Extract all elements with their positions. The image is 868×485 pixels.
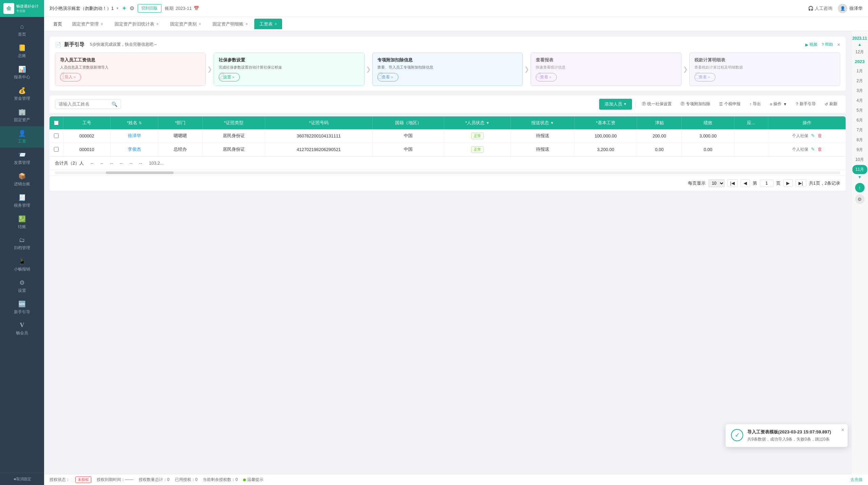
step-2-button[interactable]: 设置＞: [219, 73, 240, 81]
switch-version-button[interactable]: 切到旧版: [138, 4, 161, 13]
sidebar-item-ledger[interactable]: 📒 总账: [0, 41, 44, 62]
cal-month-11[interactable]: 11月: [852, 165, 867, 174]
tab-close-icon[interactable]: ×: [199, 22, 201, 26]
row-checkbox[interactable]: [54, 147, 59, 152]
wizard-close-button[interactable]: ×: [837, 42, 840, 48]
cal-month-8[interactable]: 8月: [852, 135, 867, 145]
tab-close-icon[interactable]: ×: [156, 22, 159, 26]
sidebar-item-reports[interactable]: 📊 报表中心: [0, 62, 44, 83]
settings-gear-icon[interactable]: ⚙: [130, 5, 134, 12]
cal-month-1[interactable]: 1月: [852, 67, 867, 76]
sidebar-item-settings[interactable]: ⚙ 设置: [0, 276, 44, 297]
edit-icon[interactable]: ✎: [811, 133, 815, 138]
calendar-year[interactable]: 2023.11: [852, 34, 867, 41]
tax-declaration-button[interactable]: ☰ 个税申报: [716, 99, 743, 109]
refresh-button[interactable]: ↺ 刷新: [822, 99, 840, 109]
th-nationality: 国籍（地区）: [373, 116, 444, 129]
toast-content: 导入工资表模板(2023-03-23 15:07:59.897) 共9条数据，成…: [747, 429, 842, 442]
wizard-video-link[interactable]: ▶ 视频: [805, 42, 817, 48]
sidebar-item-archive[interactable]: 🗂 归档管理: [0, 233, 44, 254]
step-3-button[interactable]: 查看＞: [377, 73, 398, 81]
search-input[interactable]: [59, 101, 110, 107]
page-number-input[interactable]: [760, 180, 773, 187]
employee-name-link[interactable]: 徐泽华: [128, 133, 141, 138]
sidebar-item-tax[interactable]: 🧾 税务管理: [0, 190, 44, 212]
customer-support-button[interactable]: 🎧 人工咨询: [808, 5, 832, 12]
td-status: 正常: [444, 143, 511, 156]
sidebar-item-inventory[interactable]: 📦 进销台账: [0, 169, 44, 190]
social-security-button[interactable]: ⓟ 统一社保设置: [639, 99, 674, 109]
next-page-button[interactable]: ▶: [783, 179, 793, 187]
step-1-button[interactable]: 导入＞: [60, 73, 81, 81]
sidebar-item-invoice[interactable]: 📨 发票管理: [0, 148, 44, 169]
status-filter-icon[interactable]: ▼: [486, 121, 490, 125]
toast-close-button[interactable]: ×: [841, 427, 844, 433]
tab-depreciation[interactable]: 固定资产折旧统计表 ×: [110, 19, 164, 29]
calendar-down-icon[interactable]: ▼: [857, 174, 863, 180]
cal-year-label[interactable]: 2023: [852, 57, 867, 66]
tab-asset-detail[interactable]: 固定资产明细账 ×: [208, 19, 253, 29]
export-button[interactable]: ↑ 导出: [747, 99, 764, 109]
sidebar-item-guide[interactable]: 🆕 新手引导: [0, 297, 44, 318]
search-icon[interactable]: 🔍: [112, 101, 117, 107]
tab-close-icon[interactable]: ×: [275, 22, 277, 26]
cal-month-12[interactable]: 12月: [852, 48, 867, 57]
cal-month-6[interactable]: 6月: [852, 116, 867, 125]
prev-page-button[interactable]: ◀: [741, 179, 750, 187]
tab-close-icon[interactable]: ×: [245, 22, 248, 26]
edit-icon[interactable]: ✎: [811, 147, 815, 152]
calendar-up-icon[interactable]: ▲: [857, 41, 863, 48]
wizard-help-link[interactable]: ? 帮助: [822, 42, 833, 48]
last-page-button[interactable]: ▶|: [795, 179, 806, 187]
sidebar-item-finance[interactable]: 💰 资金管理: [0, 83, 44, 105]
scroll-thumb[interactable]: [106, 171, 174, 174]
cal-month-3[interactable]: 3月: [852, 86, 867, 95]
send-status-filter-icon[interactable]: ▼: [550, 121, 554, 125]
user-menu[interactable]: 👤 徐泽华: [838, 4, 863, 13]
tab-payroll[interactable]: 工资表 ×: [254, 19, 282, 29]
sidebar-item-payroll[interactable]: 👤 工资: [0, 126, 44, 148]
sidebar-item-home[interactable]: ⌂ 首页: [0, 20, 44, 41]
special-deduction-button[interactable]: ⓟ 专项附加扣除: [678, 99, 713, 109]
first-page-button[interactable]: |◀: [727, 179, 738, 187]
per-page-select[interactable]: 10 20 50: [708, 179, 725, 187]
cal-month-2[interactable]: 2月: [852, 76, 867, 86]
cal-month-7[interactable]: 7月: [852, 126, 867, 135]
cal-month-4[interactable]: 4月: [852, 96, 867, 105]
step-4-button[interactable]: 查看＞: [536, 73, 557, 81]
guide-button[interactable]: ? 新手引导: [793, 99, 818, 109]
sidebar-item-expense[interactable]: 📱 小畅报销: [0, 254, 44, 276]
operations-button[interactable]: ≡ 操作 ▼: [767, 99, 790, 109]
select-all-checkbox[interactable]: [54, 120, 59, 125]
social-insurance-link[interactable]: 个人社保: [792, 147, 808, 152]
cal-month-5[interactable]: 5月: [852, 106, 867, 115]
refresh-cal-icon[interactable]: ↑: [855, 183, 865, 192]
tab-asset-category[interactable]: 固定资产类别 ×: [165, 19, 206, 29]
tab-home[interactable]: 首页: [50, 19, 66, 29]
row-checkbox[interactable]: [54, 133, 59, 138]
employee-name-link[interactable]: 李俊杰: [128, 147, 141, 152]
calendar-icon[interactable]: 📅: [194, 6, 199, 11]
tab-fixed-assets[interactable]: 固定资产管理 ×: [67, 19, 108, 29]
horizontal-scrollbar[interactable]: [50, 170, 846, 175]
step-5-button[interactable]: 查看＞: [694, 73, 715, 81]
avatar: 👤: [838, 4, 847, 13]
add-person-button[interactable]: 添加人员 ▼: [599, 99, 632, 110]
add-account-button[interactable]: +: [122, 5, 126, 12]
sidebar-item-member[interactable]: V 畅会员: [0, 318, 44, 339]
sidebar-item-label: 税务管理: [14, 203, 30, 208]
sidebar-item-assets[interactable]: 🏢 固定资产: [0, 105, 44, 126]
delete-icon[interactable]: 🗑: [817, 147, 822, 152]
cal-month-10[interactable]: 10月: [852, 155, 867, 164]
social-insurance-link[interactable]: 个人社保: [792, 133, 808, 138]
invoice-icon: 📨: [18, 151, 26, 158]
sidebar-item-close[interactable]: 💹 结账: [0, 212, 44, 233]
renew-button[interactable]: 去充值: [850, 477, 863, 483]
account-selector[interactable]: 刘小艳演示账套（勿删勿动！）1 ▼: [50, 5, 119, 12]
sort-icon[interactable]: ⇅: [139, 121, 142, 125]
cal-month-9[interactable]: 9月: [852, 145, 867, 154]
settings-cal-icon[interactable]: ⚙: [855, 194, 865, 204]
sidebar-unpin-button[interactable]: ◄取消固定: [0, 473, 44, 485]
delete-icon[interactable]: 🗑: [817, 133, 822, 138]
tab-close-icon[interactable]: ×: [101, 22, 103, 26]
